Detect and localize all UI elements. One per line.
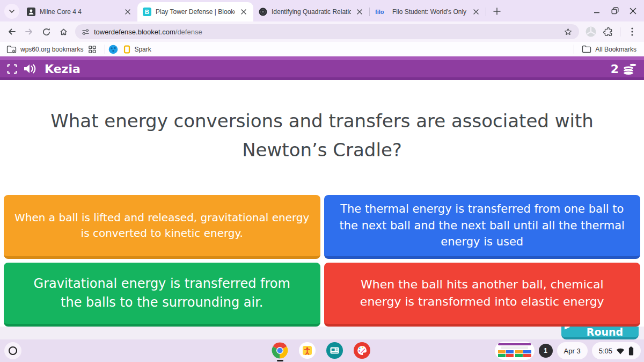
blooket-favicon: B	[143, 8, 151, 16]
site-settings-icon[interactable]	[82, 28, 90, 36]
coins-icon	[621, 62, 638, 76]
thumbnail-answer-quads	[498, 350, 531, 357]
dark-globe-favicon	[259, 8, 267, 16]
chromeos-shelf: 1 Apr 3 5:05	[0, 339, 644, 362]
url-host: towerdefense.blooket.com	[94, 28, 175, 36]
battery-icon	[628, 346, 634, 356]
managed-bookmarks-label: wps60.org bookmarks	[20, 46, 83, 53]
back-button[interactable]	[3, 23, 20, 40]
tab-blooket-active[interactable]: B Play Tower Defense | Blooket	[137, 2, 253, 21]
managed-bookmarks-folder[interactable]: wps60.org bookmarks	[6, 45, 83, 54]
new-tab-button[interactable]	[489, 4, 504, 19]
tab-title: Milne Core 4 4	[40, 8, 119, 16]
restore-window-button[interactable]	[611, 7, 619, 15]
wifi-icon	[616, 347, 625, 354]
url-text[interactable]: towerdefense.blooket.com/defense	[94, 28, 202, 36]
home-button[interactable]	[55, 23, 72, 40]
time-label: 5:05	[599, 347, 612, 355]
plus-icon	[493, 8, 501, 15]
answer-grid: When a ball is lifted and released, grav…	[4, 195, 640, 327]
coin-count: 2	[611, 62, 619, 76]
thumbnail-text-line	[501, 346, 528, 349]
tab-milne-core[interactable]: Milne Core 4 4	[21, 2, 137, 21]
bookmark-star-button[interactable]	[564, 27, 573, 37]
minimize-button[interactable]	[593, 7, 601, 15]
close-tab-icon[interactable]	[123, 8, 132, 16]
question-panel: Kezia 2 What energy conversions and tran…	[0, 56, 644, 327]
close-tab-icon[interactable]	[355, 8, 364, 16]
fullscreen-icon[interactable]	[6, 63, 18, 75]
tab-filo-student[interactable]: filo Filo Student: World's Only Live	[370, 2, 486, 21]
tab-title: Filo Student: World's Only Live	[392, 8, 467, 16]
tab-search-button[interactable]	[4, 4, 19, 19]
extensions-puzzle-button[interactable]	[599, 23, 617, 40]
chromebook-screen: Milne Core 4 4 B Play Tower Defense | Bl…	[0, 0, 644, 362]
status-area: 1 Apr 3 5:05	[495, 342, 641, 360]
disabled-extension-icon[interactable]	[582, 23, 599, 40]
launcher-circle-icon	[9, 346, 17, 355]
blooket-page: ▶ Next Round Kezia 2 What energy convers…	[0, 56, 644, 339]
url-path: /defense	[175, 28, 202, 36]
tab-strip: Milne Core 4 4 B Play Tower Defense | Bl…	[0, 0, 644, 21]
canvas-paint-app-icon[interactable]	[354, 342, 370, 359]
chrome-app-icon[interactable]	[272, 342, 288, 359]
flashcards-app-icon[interactable]	[326, 342, 343, 359]
question-text: What energy conversions and transfers ar…	[16, 106, 628, 165]
thumbnail-purple-bar	[498, 343, 531, 345]
forward-button[interactable]	[20, 23, 38, 40]
bookmark-blue-app[interactable]	[108, 45, 118, 54]
filo-favicon: filo	[375, 8, 388, 16]
tab-separator	[486, 8, 486, 16]
all-bookmarks-button[interactable]: All Bookmarks	[582, 45, 636, 53]
close-tab-icon[interactable]	[472, 8, 480, 16]
date-pill[interactable]: Apr 3	[557, 342, 588, 359]
answer-button-green[interactable]: Gravitational energy is transferred from…	[4, 263, 320, 327]
folder-icon	[582, 45, 591, 53]
managed-folder-icon	[6, 45, 17, 54]
answer-button-red[interactable]: When the ball hits another ball, chemica…	[324, 263, 641, 327]
tab-title: Identifying Quadratic Relations	[272, 8, 351, 16]
gymnastics-app-icon[interactable]	[299, 342, 316, 359]
game-header: Kezia 2	[0, 56, 644, 80]
svg-text:filo: filo	[375, 9, 384, 15]
shelf-apps	[272, 342, 370, 359]
answer-button-blue[interactable]: The thermal energy is transferred from o…	[324, 195, 641, 259]
close-tab-icon[interactable]	[239, 8, 248, 16]
svg-text:B: B	[145, 9, 149, 15]
window-controls	[586, 0, 644, 21]
browser-menu-button[interactable]	[624, 23, 641, 40]
date-label: Apr 3	[564, 347, 581, 355]
chevron-down-icon	[9, 8, 15, 15]
bookmarks-divider	[105, 45, 105, 54]
running-app-indicator	[277, 360, 283, 361]
spark-label: Spark	[134, 46, 151, 53]
notification-badge[interactable]: 1	[539, 344, 553, 358]
launcher-button[interactable]	[4, 342, 21, 359]
coin-counter: 2	[611, 62, 638, 76]
close-window-button[interactable]	[630, 8, 636, 15]
url-bar[interactable]: towerdefense.blooket.com/defense	[75, 24, 579, 39]
system-tray[interactable]: 5:05	[592, 342, 641, 359]
bookmark-spark[interactable]: Spark	[123, 45, 151, 54]
bookmarks-divider	[574, 45, 574, 54]
answer-button-orange[interactable]: When a ball is lifted and released, grav…	[4, 195, 320, 259]
toolbar-divider	[620, 27, 620, 37]
sound-icon[interactable]	[23, 63, 37, 75]
person-favicon	[27, 8, 35, 16]
tab-title: Play Tower Defense | Blooket	[156, 8, 235, 16]
screen-capture-thumbnail[interactable]	[495, 342, 535, 360]
apps-grid-button[interactable]	[89, 46, 96, 53]
player-name: Kezia	[45, 62, 80, 76]
spark-favicon	[123, 45, 130, 54]
page-bottom-strip	[0, 327, 644, 339]
tab-quadratic-relations[interactable]: Identifying Quadratic Relations	[253, 2, 369, 21]
blue-wheel-favicon	[108, 45, 118, 54]
browser-toolbar: towerdefense.blooket.com/defense	[0, 21, 644, 42]
bookmarks-bar: wps60.org bookmarks Spark All Bookmarks	[0, 42, 644, 56]
reload-button[interactable]	[38, 23, 55, 40]
apps-grid-icon	[89, 46, 96, 53]
all-bookmarks-label: All Bookmarks	[595, 46, 636, 53]
